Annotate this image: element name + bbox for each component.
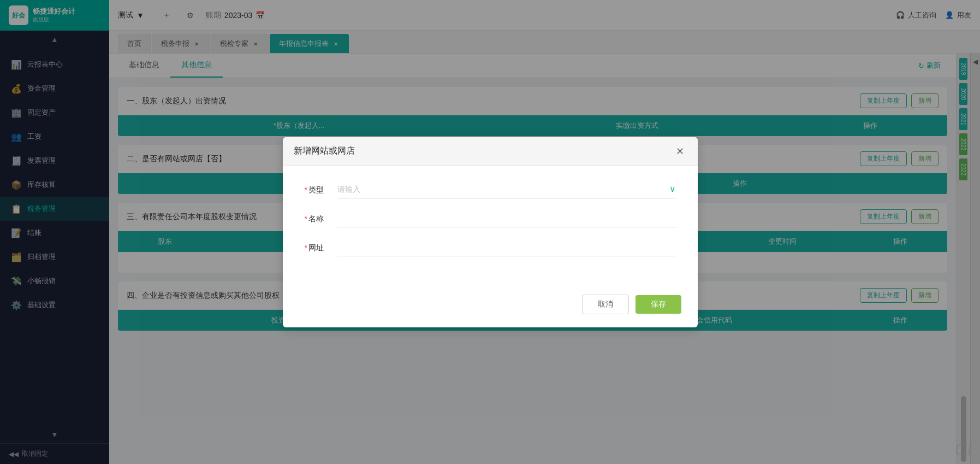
dialog-close-button[interactable]: ✕ [674,145,687,158]
dialog-footer: 取消 保存 [283,286,698,327]
type-dropdown-arrow[interactable]: ∨ [669,184,676,194]
name-label: *名称 [305,214,337,224]
required-star-name: * [305,214,307,223]
type-input-wrapper: ∨ [337,183,676,198]
type-label: *类型 [305,185,337,195]
cancel-button[interactable]: 取消 [582,295,629,314]
name-input[interactable] [337,212,676,225]
add-website-dialog: 新增网站或网店 ✕ *类型 ∨ *名称 [283,137,698,327]
form-row-type: *类型 ∨ [305,183,676,198]
url-input-wrapper [337,240,676,256]
required-star-type: * [305,185,307,194]
type-input[interactable] [337,183,669,196]
name-input-wrapper [337,212,676,227]
url-label: *网址 [305,243,337,253]
dialog-header: 新增网站或网店 ✕ [283,137,698,166]
form-row-name: *名称 [305,212,676,227]
required-star-url: * [305,243,307,252]
dialog-overlay[interactable]: 新增网站或网店 ✕ *类型 ∨ *名称 [0,0,980,464]
dialog-title: 新增网站或网店 [294,145,355,157]
form-row-url: *网址 [305,240,676,256]
dialog-body: *类型 ∨ *名称 *网址 [283,166,698,286]
save-button[interactable]: 保存 [635,295,681,314]
url-input[interactable] [337,240,676,254]
